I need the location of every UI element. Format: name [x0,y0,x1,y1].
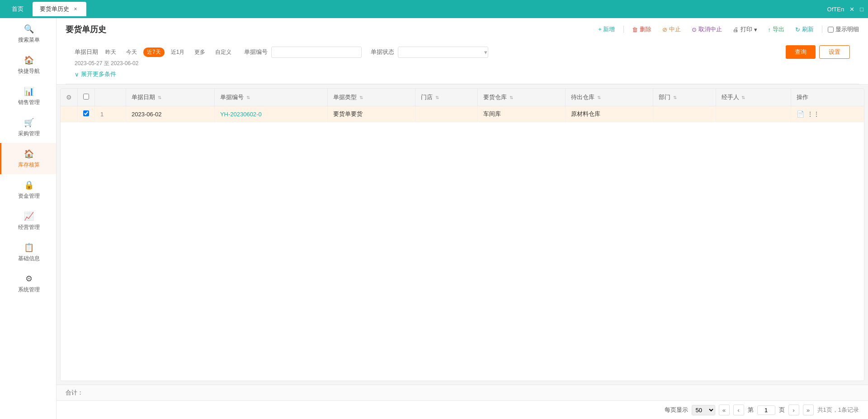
minimize-icon[interactable]: □ [860,6,863,13]
td-req-warehouse: 车间库 [478,106,566,122]
table-header-row: ⚙ 单据日期 ⇅ 单据编号 ⇅ [61,89,864,106]
sort-req-warehouse-icon[interactable]: ⇅ [509,95,513,100]
first-page-button[interactable]: « [719,405,730,415]
sort-dept-icon[interactable]: ⇅ [673,95,677,100]
data-table: ⚙ 单据日期 ⇅ 单据编号 ⇅ [61,89,864,122]
query-button[interactable]: 查询 [786,45,816,59]
select-all-checkbox[interactable] [83,94,89,100]
th-store[interactable]: 门店 ⇅ [415,89,477,106]
divider2 [822,26,822,33]
page-title-row: 要货单历史 + 新增 🗑 删除 ⊘ 中止 ⊙ 取消中止 [66,24,859,35]
th-doc-date[interactable]: 单据日期 ⇅ [126,89,215,106]
th-handler[interactable]: 经手人 ⇅ [716,89,791,106]
td-checkbox [78,106,95,122]
td-dept [653,106,716,122]
table-row: 1 2023-06-02 YH-20230602-0 要货单要货 车间库 原材料… [61,106,864,122]
date-label: 单据日期 [75,48,98,56]
purchase-mgmt-icon: 🛒 [24,117,34,128]
th-doc-type-label: 单据类型 [333,94,357,100]
system-mgmt-icon: ⚙ [24,273,34,284]
th-wait-warehouse[interactable]: 待出仓库 ⇅ [566,89,653,106]
row-checkbox[interactable] [83,110,89,116]
sort-doc-date-icon[interactable]: ⇅ [158,95,161,100]
display-detail-button[interactable]: 显示明细 [828,25,859,33]
date-filter-group: 单据日期 昨天 今天 近7天 近1月 更多 自定义 [75,48,235,57]
sidebar-item-basic-info[interactable]: 📋 基础信息 [0,237,56,268]
sidebar-item-inventory[interactable]: 🏠 库存核算 [0,143,56,174]
date-options: 昨天 今天 近7天 近1月 更多 自定义 [102,48,235,57]
sidebar-label-sales-mgmt: 销售管理 [18,99,40,106]
td-doc-type: 要货单要货 [327,106,415,122]
date-btn-more[interactable]: 更多 [191,48,209,57]
sidebar-item-purchase-mgmt[interactable]: 🛒 采购管理 [0,112,56,143]
display-detail-checkbox[interactable] [828,27,834,33]
page-label-after: 页 [779,406,785,414]
sidebar-item-search-menu[interactable]: 🔍 搜索菜单 [0,18,56,49]
status-input[interactable] [398,47,481,57]
expand-more-button[interactable]: ∨ 展开更多条件 [75,67,850,79]
td-rownum: 1 [95,106,126,122]
export-icon: ↑ [768,26,771,33]
prev-page-button[interactable]: ‹ [733,405,744,415]
delete-button[interactable]: 🗑 删除 [629,24,654,35]
date-btn-custom[interactable]: 自定义 [212,48,235,57]
th-req-warehouse-label: 要货仓库 [483,94,507,100]
print-label: 打印 [741,25,752,33]
settings-button[interactable]: 设置 [819,45,850,59]
row-more-icon[interactable]: ⋮⋮ [807,110,820,118]
print-button[interactable]: 🖨 打印 ▾ [730,24,760,35]
sidebar-item-sales-mgmt[interactable]: 📊 销售管理 [0,81,56,112]
date-btn-yesterday[interactable]: 昨天 [102,48,120,57]
status-dropdown-icon[interactable]: ▾ [481,49,490,56]
doc-no-link[interactable]: YH-20230602-0 [220,111,262,118]
total-info: 共1页，1条记录 [817,406,859,414]
th-req-warehouse[interactable]: 要货仓库 ⇅ [478,89,566,106]
th-doc-date-label: 单据日期 [132,94,155,100]
date-btn-1month[interactable]: 近1月 [167,48,189,57]
sort-store-icon[interactable]: ⇅ [435,95,439,100]
th-dept[interactable]: 部门 ⇅ [653,89,716,106]
date-btn-7days[interactable]: 近7天 [143,48,165,57]
tab-close-icon[interactable]: × [72,5,79,13]
last-page-button[interactable]: » [803,405,814,415]
close-window-icon[interactable]: ✕ [849,6,854,13]
new-button[interactable]: + 新增 [595,24,618,35]
page-label-before: 第 [748,406,754,414]
date-btn-today[interactable]: 今天 [123,48,141,57]
finance-mgmt-icon: 🔒 [24,180,34,190]
docno-input[interactable] [271,47,362,58]
main-layout: 🔍 搜索菜单 🏠 快捷导航 📊 销售管理 🛒 采购管理 🏠 库存核算 🔒 资金管… [0,18,868,419]
sidebar-label-purchase-mgmt: 采购管理 [18,130,40,138]
stop-button[interactable]: ⊘ 中止 [660,24,684,35]
tab-requisition-history[interactable]: 要货单历史 × [33,2,86,16]
cancel-stop-button[interactable]: ⊙ 取消中止 [689,24,725,35]
filter-row-1: 单据日期 昨天 今天 近7天 近1月 更多 自定义 单据编号 [75,45,850,59]
delete-label: 删除 [640,25,651,33]
sort-doc-type-icon[interactable]: ⇅ [359,95,363,100]
refresh-button[interactable]: ↻ 刷新 [793,24,816,35]
export-button[interactable]: ↑ 导出 [765,24,788,35]
next-page-button[interactable]: › [788,405,799,415]
sort-handler-icon[interactable]: ⇅ [741,95,745,100]
sort-doc-no-icon[interactable]: ⇅ [246,95,250,100]
sidebar-item-quick-nav[interactable]: 🏠 快捷导航 [0,49,56,81]
status-filter-group: 单据状态 ▾ [371,47,488,58]
sort-wait-warehouse-icon[interactable]: ⇅ [597,95,601,100]
column-settings-icon[interactable]: ⚙ [66,94,72,101]
cancel-stop-label: 取消中止 [698,25,722,33]
toolbar: + 新增 🗑 删除 ⊘ 中止 ⊙ 取消中止 🖨 [595,24,859,35]
page-size-select[interactable]: 50 20 100 200 [692,405,715,415]
sidebar-item-ops-mgmt[interactable]: 📈 经营管理 [0,205,56,237]
content-area: 要货单历史 + 新增 🗑 删除 ⊘ 中止 ⊙ 取消中止 [57,18,868,419]
page-title: 要货单历史 [66,24,106,35]
th-doc-no[interactable]: 单据编号 ⇅ [214,89,327,106]
tab-home[interactable]: 首页 [5,2,31,16]
row-edit-icon[interactable]: 📄 [797,110,804,118]
sidebar-item-finance-mgmt[interactable]: 🔒 资金管理 [0,174,56,205]
sidebar-label-system-mgmt: 系统管理 [18,286,40,294]
page-number-input[interactable]: 1 [757,405,775,415]
th-doc-type[interactable]: 单据类型 ⇅ [327,89,415,106]
search-menu-icon: 🔍 [24,24,34,34]
sidebar-item-system-mgmt[interactable]: ⚙ 系统管理 [0,268,56,299]
date-range-display: 2023-05-27 至 2023-06-02 [75,60,850,67]
